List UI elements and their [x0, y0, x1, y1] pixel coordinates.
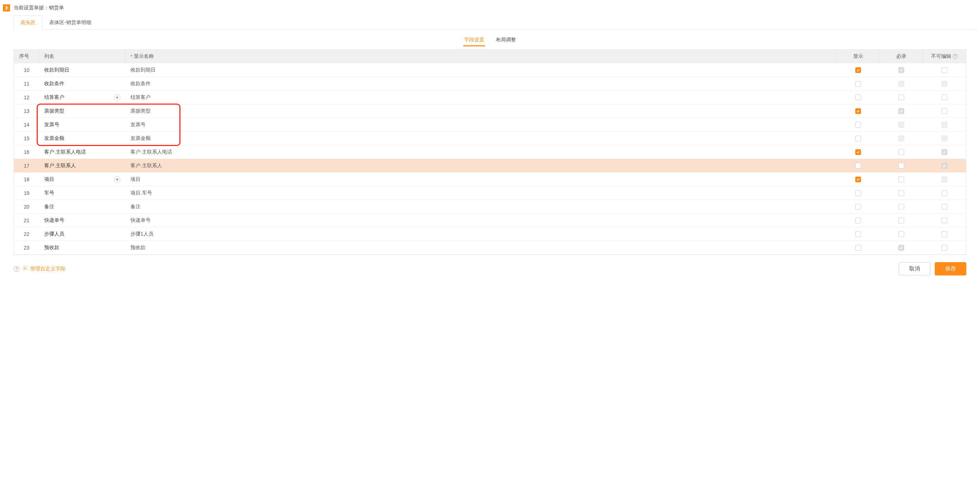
- required-checkbox: [898, 122, 904, 127]
- footer: ? 管理自定义字段 取消 保存: [14, 260, 966, 278]
- show-checkbox[interactable]: [855, 190, 861, 196]
- row-display-name[interactable]: 发票号: [126, 121, 837, 128]
- plus-icon[interactable]: [114, 94, 121, 101]
- row-display-name[interactable]: 结算客户: [126, 94, 837, 101]
- help-icon[interactable]: ?: [953, 54, 958, 59]
- required-checkbox[interactable]: [898, 190, 904, 196]
- required-checkbox[interactable]: [898, 95, 904, 100]
- row-index: 16: [14, 149, 39, 155]
- show-checkbox[interactable]: [855, 231, 861, 237]
- row-display-name[interactable]: 项目.车号: [126, 190, 837, 196]
- show-checkbox[interactable]: [855, 135, 861, 141]
- tab-1[interactable]: 表体区-销货单明细: [43, 16, 98, 29]
- colname-text: 票据类型: [44, 108, 64, 115]
- row-colname: 步骤人员: [39, 231, 126, 237]
- row-display-name[interactable]: 收款条件: [126, 81, 837, 87]
- table-row: 13票据类型票据类型: [14, 104, 966, 118]
- show-checkbox[interactable]: [855, 95, 861, 100]
- readonly-checkbox: [942, 135, 947, 141]
- show-checkbox[interactable]: [855, 149, 861, 155]
- required-checkbox[interactable]: [898, 163, 904, 169]
- row-index: 22: [14, 231, 39, 237]
- expand-sidebar-button[interactable]: [3, 4, 10, 11]
- table-row: 20备注备注: [14, 200, 966, 213]
- subtab-0[interactable]: 字段设置: [463, 35, 485, 46]
- topbar: 当前设置单据：销货单: [3, 3, 977, 15]
- col-header-show: 显示: [837, 49, 880, 63]
- required-checkbox: [898, 81, 904, 87]
- row-index: 19: [14, 190, 39, 196]
- required-checkbox[interactable]: [898, 231, 904, 237]
- colname-text: 项目: [44, 176, 54, 183]
- table-row: 12结算客户结算客户: [14, 91, 966, 104]
- row-display-name[interactable]: 客户.主联系人电话: [126, 149, 837, 155]
- readonly-checkbox[interactable]: [942, 218, 947, 223]
- svg-point-0: [24, 267, 25, 269]
- row-colname: 备注: [39, 204, 126, 210]
- readonly-checkbox: [942, 81, 947, 87]
- row-colname: 收款到期日: [39, 67, 126, 73]
- col-header-display: *显示名称: [126, 49, 837, 63]
- colname-text: 结算客户: [44, 94, 64, 101]
- row-display-name[interactable]: 收款到期日: [126, 67, 837, 73]
- table-row: 10收款到期日收款到期日: [14, 63, 966, 77]
- row-display-name[interactable]: 票据类型: [126, 108, 837, 115]
- question-icon[interactable]: ?: [14, 266, 19, 272]
- readonly-checkbox: [942, 177, 947, 182]
- row-index: 21: [14, 218, 39, 223]
- table-row: 16客户.主联系人电话客户.主联系人电话: [14, 145, 966, 159]
- doc-label-prefix: 当前设置单据：: [14, 5, 49, 10]
- show-checkbox[interactable]: [855, 218, 861, 223]
- subtab-1[interactable]: 布局调整: [495, 35, 517, 46]
- colname-text: 收款到期日: [44, 67, 69, 73]
- row-colname: 车号: [39, 190, 126, 196]
- row-index: 14: [14, 122, 39, 127]
- row-index: 23: [14, 245, 39, 251]
- required-checkbox[interactable]: [898, 218, 904, 223]
- show-checkbox[interactable]: [855, 163, 861, 169]
- footer-left: ? 管理自定义字段: [14, 266, 65, 272]
- table-row: 17客户.主联系人客户.主联系人: [14, 159, 966, 173]
- page-root: 当前设置单据：销货单 表头区表体区-销货单明细 字段设置布局调整 序号 列名 *…: [0, 0, 980, 280]
- row-index: 15: [14, 135, 39, 141]
- readonly-checkbox[interactable]: [942, 108, 947, 114]
- colname-text: 发票号: [44, 121, 59, 128]
- readonly-checkbox[interactable]: [942, 245, 947, 251]
- required-checkbox[interactable]: [898, 149, 904, 155]
- row-display-name[interactable]: 项目: [126, 176, 837, 183]
- show-checkbox[interactable]: [855, 245, 861, 251]
- row-index: 17: [14, 163, 39, 169]
- row-display-name[interactable]: 备注: [126, 204, 837, 210]
- readonly-checkbox[interactable]: [942, 190, 947, 196]
- show-checkbox[interactable]: [855, 177, 861, 182]
- row-colname: 发票金额: [39, 135, 126, 142]
- required-checkbox: [898, 245, 904, 251]
- show-checkbox[interactable]: [855, 67, 861, 73]
- row-index: 10: [14, 67, 39, 73]
- show-checkbox[interactable]: [855, 108, 861, 114]
- table-row: 22步骤人员步骤1人员: [14, 227, 966, 241]
- required-checkbox: [898, 108, 904, 114]
- row-display-name[interactable]: 步骤1人员: [126, 231, 837, 237]
- mode-subtabs: 字段设置布局调整: [3, 35, 977, 46]
- manage-custom-fields-link[interactable]: 管理自定义字段: [30, 266, 65, 272]
- row-colname: 收款条件: [39, 81, 126, 87]
- readonly-checkbox[interactable]: [942, 204, 947, 210]
- section-tabs: 表头区表体区-销货单明细: [14, 15, 977, 29]
- tab-0[interactable]: 表头区: [14, 16, 43, 29]
- plus-icon[interactable]: [114, 176, 121, 183]
- show-checkbox[interactable]: [855, 204, 861, 210]
- row-display-name[interactable]: 预收款: [126, 245, 837, 251]
- readonly-checkbox[interactable]: [942, 67, 947, 73]
- row-display-name[interactable]: 客户.主联系人: [126, 162, 837, 169]
- row-display-name[interactable]: 快递单号: [126, 217, 837, 224]
- readonly-checkbox[interactable]: [942, 231, 947, 237]
- show-checkbox[interactable]: [855, 81, 861, 87]
- row-display-name[interactable]: 发票金额: [126, 135, 837, 142]
- cancel-button[interactable]: 取消: [899, 262, 931, 275]
- save-button[interactable]: 保存: [935, 262, 966, 275]
- required-checkbox[interactable]: [898, 204, 904, 210]
- required-checkbox[interactable]: [898, 177, 904, 182]
- readonly-checkbox[interactable]: [942, 95, 947, 100]
- show-checkbox[interactable]: [855, 122, 861, 127]
